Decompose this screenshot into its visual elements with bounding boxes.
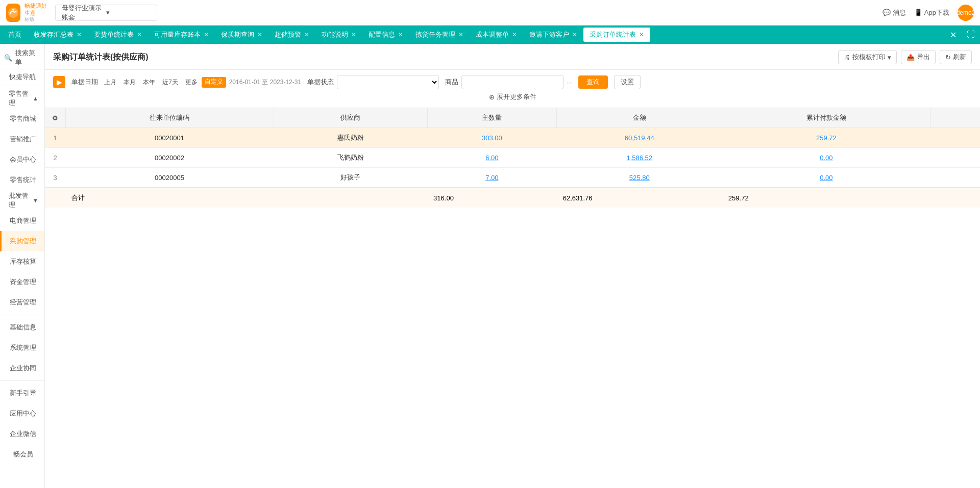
- tab-1[interactable]: 收发存汇总表 ✕: [28, 28, 88, 42]
- sidebar-item-finance[interactable]: 资金管理: [0, 272, 44, 292]
- custom-badge[interactable]: 自定义: [202, 77, 226, 88]
- sidebar-item-collab[interactable]: 企业协同: [0, 358, 44, 378]
- cell-code: 00020005: [65, 168, 274, 188]
- sidebar-item-inventory[interactable]: 库存核算: [0, 251, 44, 272]
- date-shortcut-last-month[interactable]: 上月: [101, 77, 119, 88]
- export-btn[interactable]: 📤 导出: [901, 50, 936, 64]
- close-icon[interactable]: ✕: [204, 31, 209, 38]
- sidebar-item-marketing[interactable]: 营销推广: [0, 129, 44, 149]
- close-icon[interactable]: ✕: [398, 31, 403, 38]
- status-filter-group: 单据状态: [307, 75, 439, 89]
- sidebar-item-operations[interactable]: 经营管理: [0, 292, 44, 313]
- sidebar-item-member2[interactable]: 畅会员: [0, 444, 44, 465]
- download-icon: 📱: [914, 9, 922, 16]
- page-header: 采购订单统计表(按供应商) 🖨 按模板打印 ▾ 📤 导出 ↻ 刷新: [45, 44, 980, 70]
- col-supplier: 供应商: [274, 108, 427, 128]
- cell-paid[interactable]: 0.00: [722, 168, 930, 188]
- sidebar-item-member[interactable]: 会员中心: [0, 149, 44, 170]
- table-row: 1 00020001 惠氏奶粉 303.00 60,519.44 259.72: [45, 128, 980, 148]
- date-label: 单据日期: [71, 78, 98, 87]
- close-icon[interactable]: ✕: [458, 31, 463, 38]
- date-shortcut-this-year[interactable]: 本年: [140, 77, 158, 88]
- tab-3[interactable]: 可用量库存账本 ✕: [148, 28, 215, 42]
- cell-amount[interactable]: 1,586.52: [557, 148, 722, 168]
- nav-tabs: 首页 收发存汇总表 ✕ 要货单统计表 ✕ 可用量库存账本 ✕ 保质期查询 ✕ 超…: [0, 25, 980, 44]
- search-menu-item[interactable]: 🔍 搜索菜单: [0, 44, 44, 69]
- tab-4[interactable]: 保质期查询 ✕: [215, 28, 268, 42]
- cell-extra: [930, 128, 980, 148]
- goods-input[interactable]: [461, 75, 564, 89]
- sidebar-item-system[interactable]: 系统管理: [0, 338, 44, 358]
- tab-10[interactable]: 邀请下游客户 ✕: [523, 28, 583, 42]
- tab-7[interactable]: 配置信息 ✕: [362, 28, 409, 42]
- maximize-btn[interactable]: ⛶: [964, 29, 978, 40]
- tab-5[interactable]: 超储预警 ✕: [268, 28, 315, 42]
- close-icon[interactable]: ✕: [351, 31, 356, 38]
- date-shortcut-this-month[interactable]: 本月: [120, 77, 139, 88]
- close-icon[interactable]: ✕: [257, 31, 262, 38]
- close-icon[interactable]: ✕: [304, 31, 309, 38]
- tab-8[interactable]: 拣货任务管理 ✕: [409, 28, 470, 42]
- app-download-btn[interactable]: 📱 App下载: [914, 8, 949, 17]
- cell-quantity[interactable]: 6.00: [427, 148, 557, 168]
- table-header-row: ⚙ 往来单位编码 供应商 主数量 金额 累计付款金额: [45, 108, 980, 128]
- cell-paid[interactable]: 259.72: [722, 128, 930, 148]
- cell-extra: [930, 148, 980, 168]
- sidebar-item-purchase[interactable]: 采购管理: [0, 231, 44, 251]
- cell-quantity[interactable]: 7.00: [427, 168, 557, 188]
- sidebar-item-retail-stats[interactable]: 零售统计: [0, 170, 44, 190]
- goods-more-icon[interactable]: ···: [567, 79, 572, 86]
- tab-active[interactable]: 采购订单统计表 ✕: [583, 28, 650, 42]
- close-all-btn[interactable]: ✕: [947, 29, 960, 41]
- sidebar-item-app-center[interactable]: 应用中心: [0, 403, 44, 424]
- col-quantity: 主数量: [427, 108, 557, 128]
- sidebar: 🔍 搜索菜单 快捷导航 零售管理 ▲ 零售商城 营销推广 会员中心 零售统计 批…: [0, 44, 45, 488]
- sidebar-item-wechat[interactable]: 企业微信: [0, 424, 44, 444]
- col-amount: 金额: [557, 108, 722, 128]
- cell-amount[interactable]: 525.80: [557, 168, 722, 188]
- footer-empty: [45, 188, 65, 208]
- settings-btn[interactable]: 设置: [614, 75, 641, 89]
- print-btn[interactable]: 🖨 按模板打印 ▾: [838, 50, 897, 64]
- message-btn[interactable]: 💬 消息: [883, 8, 906, 17]
- print-icon: 🖨: [844, 54, 850, 61]
- col-extra: [930, 108, 980, 128]
- tab-2[interactable]: 要货单统计表 ✕: [88, 28, 148, 42]
- cell-amount[interactable]: 60,519.44: [557, 128, 722, 148]
- cell-paid[interactable]: 0.00: [722, 148, 930, 168]
- sidebar-item-retail-mgmt[interactable]: 零售管理 ▲: [0, 88, 44, 109]
- filter-row: ▶ 单据日期 上月 本月 本年 近7天 更多 自定义 2016-01-01 至 …: [53, 75, 972, 89]
- date-shortcut-7days[interactable]: 近7天: [159, 77, 181, 88]
- table-area: ⚙ 往来单位编码 供应商 主数量 金额 累计付款金额 1 00020001 惠氏…: [45, 108, 980, 488]
- close-icon[interactable]: ✕: [639, 31, 644, 38]
- tab-home[interactable]: 首页: [2, 28, 28, 42]
- footer-label: 合计: [65, 188, 427, 208]
- svg-point-1: [12, 9, 14, 11]
- user-avatar[interactable]: demo2: [958, 5, 974, 21]
- date-shortcut-more[interactable]: 更多: [182, 77, 201, 88]
- tab-6[interactable]: 功能说明 ✕: [315, 28, 362, 42]
- close-icon[interactable]: ✕: [77, 31, 82, 38]
- quick-nav-item[interactable]: 快捷导航: [0, 69, 44, 84]
- refresh-icon: ↻: [945, 54, 951, 61]
- cell-quantity[interactable]: 303.00: [427, 128, 557, 148]
- query-btn[interactable]: 查询: [578, 75, 608, 89]
- workspace-selector[interactable]: 母婴行业演示账套 ▾: [55, 5, 157, 21]
- close-icon[interactable]: ✕: [137, 31, 142, 38]
- close-icon[interactable]: ✕: [572, 31, 577, 38]
- row-num: 2: [45, 148, 65, 168]
- footer-extra: [930, 188, 980, 208]
- filter-toggle-btn[interactable]: ▶: [53, 76, 65, 88]
- tab-9[interactable]: 成本调整单 ✕: [470, 28, 523, 42]
- message-icon: 💬: [883, 9, 891, 16]
- status-select[interactable]: [337, 75, 439, 89]
- sidebar-item-basic-info[interactable]: 基础信息: [0, 317, 44, 338]
- sidebar-item-ecommerce[interactable]: 电商管理: [0, 211, 44, 231]
- cell-supplier: 惠氏奶粉: [274, 128, 427, 148]
- sidebar-item-wholesale[interactable]: 批发管理 ▼: [0, 190, 44, 211]
- sidebar-item-retail-mall[interactable]: 零售商城: [0, 109, 44, 129]
- close-icon[interactable]: ✕: [512, 31, 517, 38]
- expand-more-btn[interactable]: ⊕ 展开更多条件: [53, 89, 972, 102]
- sidebar-item-new-guide[interactable]: 新手引导: [0, 383, 44, 403]
- refresh-btn[interactable]: ↻ 刷新: [940, 50, 972, 64]
